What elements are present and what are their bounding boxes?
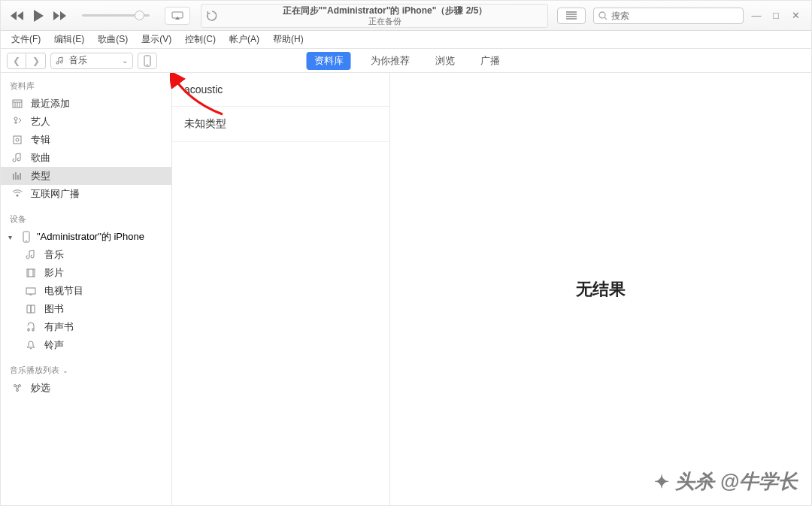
nav-back[interactable]: ❮ [7, 53, 26, 69]
tab-library[interactable]: 资料库 [307, 52, 351, 70]
window-minimize[interactable]: — [751, 10, 762, 21]
genius-icon [11, 383, 23, 393]
genre-list: acoustic 未知类型 [172, 73, 390, 505]
sidebar-item-recent[interactable]: 最近添加 [1, 95, 171, 113]
sidebar-item-label: 互联网广播 [31, 187, 80, 201]
svg-point-13 [17, 195, 19, 197]
sidebar-item-album[interactable]: 专辑 [1, 131, 171, 149]
menu-file[interactable]: 文件(F) [8, 32, 44, 47]
status-line2: 正在备份 [223, 16, 547, 26]
sidebar-playlist-header[interactable]: 音乐播放列表 ⌄ [1, 354, 171, 379]
movie-icon [25, 268, 37, 278]
song-icon [11, 153, 23, 163]
status-line1: 正在同步""Administrator"的 iPhone"（步骤 2/5） [223, 5, 547, 16]
nav-forward[interactable]: ❯ [26, 53, 46, 69]
sidebar-item-label: 铃声 [44, 338, 64, 352]
menu-control[interactable]: 控制(C) [182, 32, 219, 47]
window-close[interactable]: ✕ [790, 10, 801, 21]
watermark-text: 头杀 @牛学长 [675, 468, 798, 495]
next-button[interactable] [50, 11, 67, 21]
menu-help[interactable]: 帮助(H) [270, 32, 307, 47]
genre-icon [11, 171, 23, 181]
sidebar-item-label: 类型 [31, 169, 50, 183]
sidebar-device-book[interactable]: 图书 [1, 300, 171, 318]
watermark: ✦ 头杀 @牛学长 [654, 468, 798, 495]
status-display: 正在同步""Administrator"的 iPhone"（步骤 2/5） 正在… [201, 4, 548, 28]
sidebar-item-label: 图书 [44, 302, 64, 316]
tab-browse[interactable]: 浏览 [429, 53, 461, 69]
sidebar-item-internet-radio[interactable]: 互联网广播 [1, 185, 171, 203]
menu-account[interactable]: 帐户(A) [226, 32, 262, 47]
sidebar-device-audiobook[interactable]: 有声书 [1, 318, 171, 336]
svg-point-4 [147, 64, 148, 65]
sidebar-item-label: 音乐 [44, 248, 64, 262]
watermark-logo-icon: ✦ [654, 471, 669, 492]
sidebar-item-label: 有声书 [44, 320, 74, 334]
svg-point-1 [599, 12, 605, 18]
main-tabs: 资料库 为你推荐 浏览 广播 [307, 52, 506, 70]
list-view-button[interactable] [557, 8, 586, 24]
svg-point-10 [14, 117, 17, 120]
disclosure-triangle-icon[interactable]: ▾ [8, 233, 16, 241]
genre-item[interactable]: acoustic [172, 73, 389, 107]
device-button[interactable] [138, 53, 157, 69]
svg-point-12 [16, 138, 19, 141]
audiobook-icon [25, 322, 37, 332]
tab-radio[interactable]: 广播 [474, 53, 506, 69]
chevron-down-icon: ⌄ [62, 367, 68, 374]
menu-bar: 文件(F) 编辑(E) 歌曲(S) 显示(V) 控制(C) 帐户(A) 帮助(H… [1, 31, 811, 49]
results-panel: 无结果 [390, 73, 811, 505]
music-icon [25, 250, 37, 260]
sidebar-item-label: 影片 [44, 266, 64, 280]
tv-icon [25, 286, 37, 296]
sidebar: 资料库 最近添加 艺人 专辑 歌曲 类型 [1, 73, 172, 505]
sidebar-item-genre[interactable]: 类型 [1, 167, 171, 185]
album-icon [11, 135, 23, 145]
svg-point-15 [26, 240, 27, 241]
sidebar-device-music[interactable]: 音乐 [1, 246, 171, 264]
sidebar-genius[interactable]: 妙选 [1, 379, 171, 397]
library-picker[interactable]: 音乐 ⌄ [50, 53, 133, 69]
sidebar-item-label: 最近添加 [31, 97, 70, 111]
sidebar-item-label: 专辑 [31, 133, 50, 147]
sidebar-device-header: 设备 [1, 203, 171, 228]
search-icon [598, 11, 607, 20]
chevron-updown-icon: ⌄ [122, 56, 128, 65]
sidebar-device[interactable]: ▾ "Administrator"的 iPhone [1, 228, 171, 246]
svg-rect-19 [26, 288, 35, 294]
iphone-icon [20, 231, 32, 243]
sidebar-device-tv[interactable]: 电视节目 [1, 282, 171, 300]
sidebar-item-label: 电视节目 [44, 284, 83, 298]
sync-spinner-icon [201, 4, 223, 28]
volume-slider[interactable] [82, 14, 150, 17]
svg-line-2 [604, 17, 607, 20]
device-name: "Administrator"的 iPhone [37, 230, 144, 244]
sidebar-device-movie[interactable]: 影片 [1, 264, 171, 282]
music-note-icon [56, 56, 65, 65]
menu-view[interactable]: 显示(V) [138, 32, 174, 47]
sidebar-item-song[interactable]: 歌曲 [1, 149, 171, 167]
prev-button[interactable] [10, 11, 26, 21]
tab-for-you[interactable]: 为你推荐 [365, 53, 416, 69]
svg-rect-11 [14, 136, 21, 144]
menu-song[interactable]: 歌曲(S) [95, 32, 131, 47]
genre-item[interactable]: 未知类型 [172, 107, 389, 142]
play-button[interactable] [31, 8, 46, 23]
sidebar-item-artist[interactable]: 艺人 [1, 113, 171, 131]
sidebar-device-ringtone[interactable]: 铃声 [1, 336, 171, 354]
toolbar: ❮ ❯ 音乐 ⌄ 资料库 为你推荐 浏览 广播 [1, 49, 811, 73]
recent-icon [11, 98, 23, 109]
sidebar-library-header: 资料库 [1, 73, 171, 95]
airplay-button[interactable] [165, 7, 190, 25]
sidebar-item-label: 妙选 [31, 381, 50, 395]
artist-icon [11, 117, 23, 127]
book-icon [25, 304, 37, 314]
search-box[interactable] [593, 8, 744, 24]
menu-edit[interactable]: 编辑(E) [51, 32, 87, 47]
sidebar-item-label: 艺人 [31, 115, 50, 129]
no-results-label: 无结果 [576, 278, 626, 301]
playback-controls [1, 7, 190, 25]
window-maximize[interactable]: □ [771, 10, 781, 21]
search-input[interactable] [611, 11, 738, 21]
ringtone-icon [25, 340, 37, 350]
